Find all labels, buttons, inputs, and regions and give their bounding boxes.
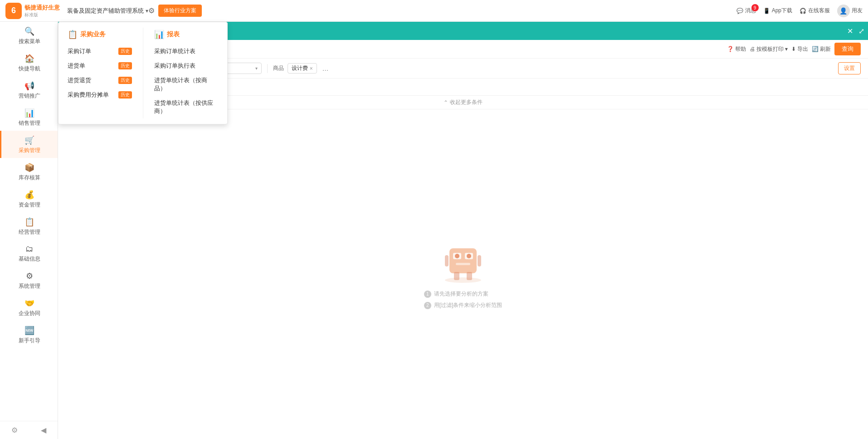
empty-step-1-text: 请先选择要分析的方案 — [434, 290, 488, 298]
purchase-return-badge: 历史 — [118, 77, 132, 84]
top-right: 💬 消息 9 📱 App下载 🎧 在线客服 👤 用友 — [736, 5, 863, 17]
query-btn[interactable]: 查询 — [834, 43, 861, 55]
operation-icon: 📋 — [24, 217, 34, 227]
sidebar-item-finance[interactable]: 💰 资金管理 — [0, 185, 58, 212]
menu-item-purchase-return[interactable]: 进货退货 历史 — [64, 73, 136, 88]
export-btn[interactable]: ⬇ 导出 — [791, 45, 808, 53]
avatar: 👤 — [837, 5, 850, 17]
sidebar-item-sales[interactable]: 📊 销售管理 — [0, 104, 58, 131]
purchase-expense-badge: 历史 — [118, 91, 132, 99]
sidebar-label-quick-nav: 快捷导航 — [19, 65, 40, 73]
menu-item-order-stat[interactable]: 采购订单统计表 — [151, 44, 222, 59]
sidebar-settings-btn[interactable]: ⚙ — [11, 426, 18, 434]
headset-icon: 🎧 — [800, 8, 806, 14]
sidebar-label-marketing: 营销推广 — [19, 92, 40, 100]
help-label: 帮助 — [735, 45, 746, 53]
menu-item-receipt-stat-goods[interactable]: 进货单统计表（按商品） — [151, 73, 222, 96]
app-download-btn[interactable]: 📱 App下载 — [763, 7, 792, 15]
logo-text: 畅捷通好生意 标准版 — [24, 4, 60, 18]
purchase-expense-label: 采购费用分摊单 — [68, 91, 116, 99]
user-btn[interactable]: 👤 用友 — [837, 5, 863, 17]
menu-section-report-label: 报表 — [167, 30, 180, 39]
dropdown-menu: 📋 采购业务 采购订单 历史 进货单 历史 进货退货 历史 采购费用分摊单 历史 — [58, 22, 228, 124]
export-icon: ⬇ — [791, 46, 796, 52]
logo-area: 6 畅捷通好生意 标准版 — [5, 3, 60, 19]
sidebar-label-search: 搜索菜单 — [19, 38, 40, 45]
svg-point-4 — [455, 254, 459, 258]
purchase-section-icon: 📋 — [68, 30, 78, 39]
menu-item-receipt-stat-supplier[interactable]: 进货单统计表（按供应商） — [151, 96, 222, 118]
message-icon: 💬 — [736, 8, 743, 14]
set-btn[interactable]: 设置 — [838, 62, 861, 74]
sidebar-label-guide: 新手引导 — [19, 337, 40, 345]
enterprise-icon: 🤝 — [24, 298, 34, 308]
svg-rect-10 — [467, 272, 472, 280]
sidebar-collapse-btn[interactable]: ◀ — [41, 426, 46, 434]
guide-icon: 🆕 — [24, 326, 34, 335]
search-icon: 🔍 — [24, 26, 34, 36]
sidebar-item-marketing[interactable]: 📢 营销推广 — [0, 76, 58, 104]
svg-point-5 — [467, 254, 471, 258]
sidebar-item-guide[interactable]: 🆕 新手引导 — [0, 321, 58, 348]
sidebar-item-search[interactable]: 🔍 搜索菜单 — [0, 22, 58, 49]
receipt-stat-goods-label: 进货单统计表（按商品） — [154, 76, 219, 93]
tabs-right: ✕ ⤢ — [847, 27, 864, 35]
sidebar: 🔍 搜索菜单 🏠 快捷导航 📢 营销推广 📊 销售管理 🛒 采购管理 📦 — [0, 22, 58, 439]
sidebar-label-finance: 资金管理 — [19, 201, 40, 209]
goods-tag: 设计费 × — [288, 63, 317, 74]
order-stat-label: 采购订单统计表 — [154, 47, 219, 55]
export-label: 导出 — [797, 45, 808, 53]
app-download-label: App下载 — [772, 7, 792, 15]
step-2-dot: 2 — [424, 302, 431, 309]
voucher-status-arrow: ▾ — [255, 66, 258, 71]
sidebar-item-enterprise[interactable]: 🤝 企业协同 — [0, 294, 58, 321]
receipt-stat-supplier-label: 进货单统计表（按供应商） — [154, 99, 219, 115]
collapse-btn[interactable]: ⌃ 收起更多条件 — [444, 99, 483, 106]
svg-rect-9 — [454, 272, 459, 280]
toolbar-right: ❓ 帮助 🖨 按模板打印 ▾ ⬇ 导出 🔄 刷新 — [727, 43, 861, 55]
help-btn[interactable]: ❓ 帮助 — [727, 45, 746, 53]
svg-rect-8 — [478, 255, 481, 266]
sidebar-item-operation[interactable]: 📋 经营管理 — [0, 212, 58, 240]
message-badge: 9 — [751, 4, 759, 11]
empty-state: 1 请先选择要分析的方案 2 用[过滤]条件来缩小分析范围 — [58, 109, 868, 439]
svg-rect-1 — [449, 248, 477, 273]
menu-section-divider — [143, 28, 143, 118]
phone-icon: 📱 — [763, 8, 770, 14]
collapse-up-icon: ⌃ — [444, 99, 448, 106]
menu-item-purchase-receipt[interactable]: 进货单 历史 — [64, 59, 136, 73]
menu-item-order-exec[interactable]: 采购订单执行表 — [151, 59, 222, 73]
report-section-icon: 📊 — [154, 30, 164, 39]
svg-point-0 — [445, 277, 481, 283]
tab-fullscreen-btn[interactable]: ⤢ — [858, 27, 864, 35]
menu-section-report-title: 📊 报表 — [151, 28, 222, 44]
purchase-receipt-badge: 历史 — [118, 62, 132, 69]
print-btn[interactable]: 🖨 按模板打印 ▾ — [750, 45, 788, 53]
query-actions: 设置 — [838, 62, 861, 74]
sidebar-item-basic-info[interactable]: 🗂 基础信息 — [0, 240, 58, 266]
menu-item-purchase-expense[interactable]: 采购费用分摊单 历史 — [64, 88, 136, 102]
empty-steps: 1 请先选择要分析的方案 2 用[过滤]条件来缩小分析范围 — [424, 290, 502, 309]
goods-dots[interactable]: ... — [322, 64, 328, 73]
goods-label: 商品 — [273, 64, 284, 72]
goods-tag-close-btn[interactable]: × — [310, 65, 313, 72]
print-arrow: ▾ — [785, 46, 788, 52]
settings-icon-btn[interactable]: ⚙ — [148, 6, 155, 15]
sidebar-label-inventory: 库存核算 — [19, 174, 40, 182]
menu-item-purchase-order[interactable]: 采购订单 历史 — [64, 44, 136, 59]
industry-btn[interactable]: 体验行业方案 — [158, 5, 202, 17]
online-service-btn[interactable]: 🎧 在线客服 — [800, 7, 830, 15]
refresh-btn[interactable]: 🔄 刷新 — [812, 45, 831, 53]
menu-section-purchase-label: 采购业务 — [80, 30, 106, 39]
sidebar-item-inventory[interactable]: 📦 库存核算 — [0, 158, 58, 185]
empty-illustration — [436, 239, 490, 285]
tab-window-close-btn[interactable]: ✕ — [847, 27, 853, 35]
sidebar-item-system[interactable]: ⚙ 系统管理 — [0, 266, 58, 294]
menu-section-purchase-title: 📋 采购业务 — [64, 28, 136, 44]
step-1-dot: 1 — [424, 291, 431, 298]
sidebar-label-purchase: 采购管理 — [19, 147, 40, 154]
sidebar-item-purchase[interactable]: 🛒 采购管理 — [0, 131, 58, 158]
sidebar-item-quick-nav[interactable]: 🏠 快捷导航 — [0, 49, 58, 76]
message-btn[interactable]: 💬 消息 9 — [736, 7, 756, 15]
svg-rect-7 — [445, 255, 449, 266]
